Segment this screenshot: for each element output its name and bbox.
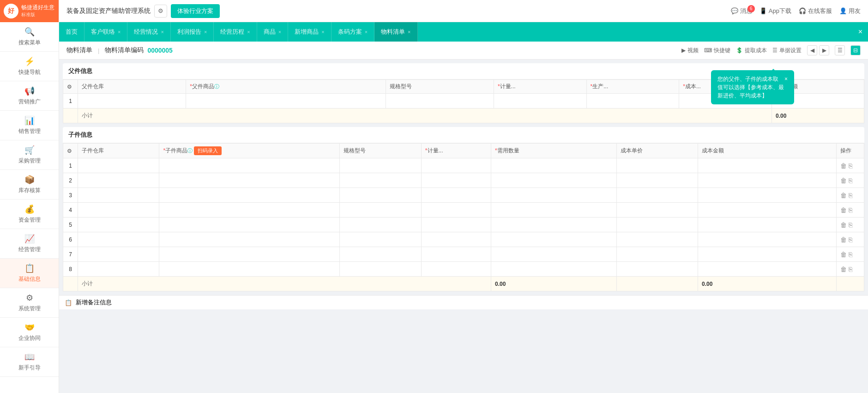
top-header: 装备及固定资产辅助管理系统 ⚙ 体验行业方案 💬 消息 6 📱 App下载 🎧 … — [59, 0, 868, 22]
message-button[interactable]: 💬 消息 6 — [731, 7, 752, 15]
header-right: 💬 消息 6 📱 App下载 🎧 在线客服 👤 用友 — [731, 7, 861, 15]
sidebar-item-inventory[interactable]: 📦 库存核算 — [0, 170, 59, 200]
online-service-button[interactable]: 🎧 在线客服 — [799, 7, 832, 15]
config-button[interactable]: ⚙ — [154, 5, 167, 18]
shortcut-btn[interactable]: ⌨ 快捷键 — [704, 47, 730, 54]
parent-subtotal-label — [63, 109, 78, 123]
child-spec-1[interactable] — [340, 158, 421, 173]
copy-icon-4[interactable]: ⎘ — [849, 206, 852, 214]
exp-button[interactable]: 体验行业方案 — [171, 4, 220, 18]
child-subtotal-text: 小计 — [78, 277, 491, 291]
sidebar-item-enterprise[interactable]: 🤝 企业协同 — [0, 318, 59, 347]
app-download-button[interactable]: 📱 App下载 — [760, 7, 791, 15]
copy-icon-1[interactable]: ⎘ — [849, 162, 852, 169]
child-unit-1[interactable] — [421, 158, 491, 173]
copy-icon-7[interactable]: ⎘ — [849, 251, 852, 258]
delete-icon-7[interactable]: 🗑 — [840, 251, 847, 258]
copy-icon-2[interactable]: ⎘ — [849, 177, 852, 184]
sidebar-item-operations[interactable]: 📈 经营管理 — [0, 229, 59, 259]
tab-close-new-product[interactable]: × — [321, 29, 324, 35]
sidebar-item-purchase[interactable]: 🛒 采购管理 — [0, 140, 59, 170]
child-row-num-6: 6 — [63, 232, 78, 247]
list-view-btn[interactable]: ☰ — [835, 45, 845, 55]
child-amount-1[interactable] — [698, 158, 837, 173]
child-unitcost-1[interactable] — [616, 158, 698, 173]
copy-icon-8[interactable]: ⎘ — [849, 266, 852, 273]
tab-bom[interactable]: 物料清单 × — [374, 22, 417, 42]
tab-barcode[interactable]: 条码方案 × — [332, 22, 374, 42]
parent-warehouse-cell[interactable] — [78, 94, 186, 109]
th-parent-produce: *生产... — [586, 80, 679, 94]
app-subtitle: 标准版 — [21, 12, 54, 18]
child-qty-1[interactable] — [491, 158, 616, 173]
th-child-unit: *计量... — [421, 144, 491, 158]
parent-unit-cell[interactable] — [494, 94, 586, 109]
delete-icon-3[interactable]: 🗑 — [840, 192, 847, 199]
tab-product[interactable]: 商品 × — [257, 22, 288, 42]
tab-close-product[interactable]: × — [278, 29, 281, 35]
sidebar-item-guide[interactable]: 📖 新手引导 — [0, 347, 59, 377]
delete-icon-6[interactable]: 🗑 — [840, 236, 847, 243]
copy-icon-6[interactable]: ⎘ — [849, 236, 852, 243]
delete-icon-8[interactable]: 🗑 — [840, 266, 847, 273]
sidebar-logo: 好 畅捷通好生意 标准版 — [0, 0, 59, 22]
delete-icon-5[interactable]: 🗑 — [840, 221, 847, 229]
tab-new-product[interactable]: 新增商品 × — [288, 22, 331, 42]
next-arrow[interactable]: ▶ — [819, 45, 829, 55]
parent-product-cell[interactable] — [186, 94, 386, 109]
delete-icon-1[interactable]: 🗑 — [840, 162, 847, 169]
delete-icon-2[interactable]: 🗑 — [840, 177, 847, 184]
sidebar-item-sales[interactable]: 📊 销售管理 — [0, 111, 59, 140]
cost-btn[interactable]: 💲 提取成本 — [736, 47, 767, 54]
child-table-row: 7 🗑⎘ — [63, 247, 864, 262]
tab-close-customer[interactable]: × — [118, 29, 121, 35]
book-icon: 📖 — [24, 352, 35, 362]
user-avatar[interactable]: 👤 用友 — [839, 7, 861, 15]
sidebar-item-search[interactable]: 🔍 搜索菜单 — [0, 22, 59, 52]
child-row-num-2: 2 — [63, 173, 78, 188]
child-row-num-1: 1 — [63, 158, 78, 173]
tab-close-bom[interactable]: × — [408, 29, 410, 35]
child-action-8: 🗑⎘ — [837, 262, 864, 277]
th-child-unitcost: 成本单价 — [616, 144, 698, 158]
sidebar-label-sales: 销售管理 — [18, 127, 41, 135]
parent-produce-cell[interactable] — [586, 94, 679, 109]
delete-icon-4[interactable]: 🗑 — [840, 206, 847, 214]
scan-button[interactable]: 扫码录入 — [194, 146, 222, 155]
sidebar-item-quicknav[interactable]: ⚡ 快捷导航 — [0, 52, 59, 81]
tab-home[interactable]: 首页 — [59, 22, 84, 42]
copy-icon-5[interactable]: ⎘ — [849, 221, 852, 229]
expand-btn[interactable]: ⊟ — [850, 45, 861, 55]
sidebar-item-finance[interactable]: 💰 资金管理 — [0, 200, 59, 229]
sidebar: 好 畅捷通好生意 标准版 🔍 搜索菜单 ⚡ 快捷导航 📢 营销推广 📊 销售管理… — [0, 0, 59, 393]
tab-operations-status[interactable]: 经营情况 × — [127, 22, 170, 42]
sidebar-item-marketing[interactable]: 📢 营销推广 — [0, 81, 59, 111]
tab-close-barcode[interactable]: × — [365, 29, 368, 35]
page-header: 物料清单 | 物料清单编码 0000005 ▶ 视频 ⌨ 快捷键 💲 提取成本 — [59, 42, 868, 60]
tab-close-history[interactable]: × — [247, 29, 250, 35]
view-btn[interactable]: ▶ 视频 — [681, 47, 699, 54]
cart-icon: 🛒 — [24, 145, 35, 155]
th-child-warehouse: 子件仓库 — [78, 144, 159, 158]
sidebar-label-guide: 新手引导 — [18, 364, 41, 372]
child-product-1[interactable] — [159, 158, 340, 173]
tab-close-profit[interactable]: × — [204, 29, 207, 35]
copy-icon-3[interactable]: ⎘ — [849, 192, 852, 199]
close-all-tabs[interactable]: × — [853, 28, 868, 36]
megaphone-icon: 📢 — [24, 86, 35, 96]
tab-profit[interactable]: 利润报告 × — [171, 22, 214, 42]
tab-customer[interactable]: 客户联络 × — [84, 22, 127, 42]
sidebar-item-basics[interactable]: 📋 基础信息 — [0, 259, 59, 288]
tab-close-ops[interactable]: × — [161, 29, 163, 35]
avatar: 👤 — [839, 7, 847, 14]
tab-history[interactable]: 经营历程 × — [214, 22, 257, 42]
parent-spec-cell[interactable] — [386, 94, 494, 109]
child-table-row: 6 🗑⎘ — [63, 232, 864, 247]
cost-icon: 💲 — [736, 47, 743, 54]
setting-btn[interactable]: ☰ 单据设置 — [772, 47, 802, 54]
tooltip-close-btn[interactable]: × — [784, 75, 788, 83]
sidebar-item-system[interactable]: ⚙ 系统管理 — [0, 288, 59, 318]
prev-arrow[interactable]: ◀ — [807, 45, 817, 55]
sidebar-label-search: 搜索菜单 — [18, 39, 41, 47]
child-warehouse-1[interactable] — [78, 158, 159, 173]
